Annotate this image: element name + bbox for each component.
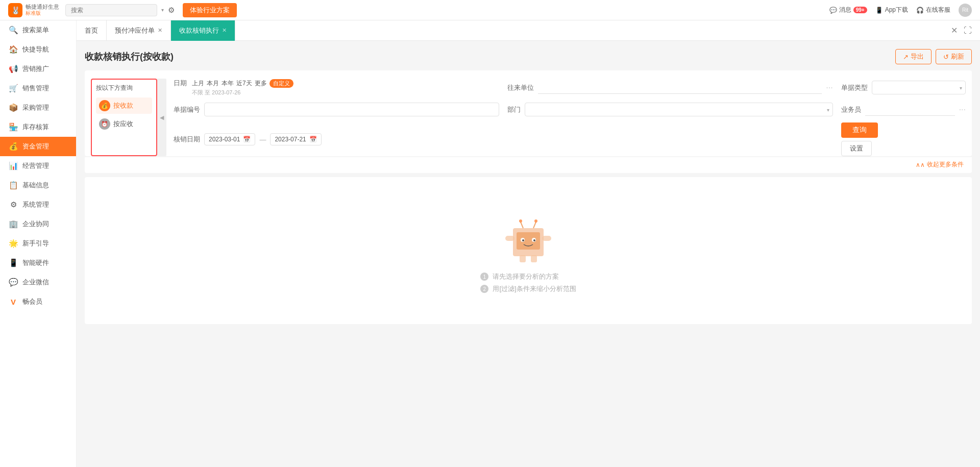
industry-btn[interactable]: 体验行业方案 (183, 3, 237, 17)
hint1-num: 1 (480, 273, 488, 281)
main-content: 首页 预付冲应付单 ✕ 收款核销执行 ✕ ✕ ⛶ 收款核销执行(按收款) (77, 20, 980, 467)
counterparty-label: 往来单位 (507, 83, 534, 92)
message-icon: 💬 (829, 7, 837, 14)
online-service-btn[interactable]: 🎧 在线客服 (916, 6, 950, 14)
tab-home[interactable]: 首页 (77, 20, 107, 41)
sidebar-item-system[interactable]: ⚙ 系统管理 (0, 195, 76, 214)
sidebar-item-operation[interactable]: 📊 经营管理 (0, 156, 76, 176)
collapse-chevron-icon: ∧∧ (916, 161, 925, 168)
tab-receivable-close[interactable]: ✕ (222, 27, 227, 34)
empty-hint-1: 1 请先选择要分析的方案 (480, 272, 576, 281)
sales-icon: 🛒 (8, 84, 18, 93)
counterparty-input[interactable] (538, 82, 822, 94)
finance-icon: 💰 (8, 142, 18, 151)
svg-line-10 (533, 222, 536, 228)
department-label: 部门 (507, 105, 521, 114)
sidebar-item-hardware[interactable]: 📱 智能硬件 (0, 253, 76, 273)
date-more[interactable]: 更多 (255, 79, 267, 88)
sidebar: 🔍 搜索菜单 🏠 快捷导航 📢 营销推广 🛒 销售管理 📦 采购管理 🏪 库存核… (0, 20, 77, 467)
app-download-btn[interactable]: 📱 App下载 (875, 6, 908, 14)
topbar: 🐰 畅捷通好生意 标准版 ▾ ⚙ 体验行业方案 💬 消息 99+ 📱 App下载… (0, 0, 980, 20)
tabbar: 首页 预付冲应付单 ✕ 收款核销执行 ✕ ✕ ⛶ (77, 20, 980, 41)
date-7days[interactable]: 近7天 (236, 79, 252, 88)
collapse-more-btn[interactable]: ∧∧ 收起更多条件 (916, 160, 964, 169)
sidebar-item-sales[interactable]: 🛒 销售管理 (0, 79, 76, 98)
filter-writeoff-date-field: 核销日期 2023-03-01 📅 — 2023-07-21 📅 (174, 122, 833, 156)
counterparty-dots[interactable]: ··· (826, 83, 832, 92)
sidebar-item-wechat[interactable]: 💬 企业微信 (0, 273, 76, 292)
hint1-text: 请先选择要分析的方案 (493, 272, 559, 281)
sidebar-item-guide[interactable]: 🌟 新手引导 (0, 234, 76, 253)
expand-tab-btn[interactable]: ⛶ (962, 25, 974, 36)
sidebar-item-search-menu[interactable]: 🔍 搜索菜单 (0, 20, 76, 40)
sidebar-item-quick-nav[interactable]: 🏠 快捷导航 (0, 40, 76, 59)
filter-option-by-receivable[interactable]: ⏰ 按应收 (96, 116, 152, 132)
search-input[interactable] (65, 4, 157, 16)
sidebar-item-member[interactable]: V 畅会员 (0, 292, 76, 311)
date-hint: 不限 至 2023-07-26 (192, 89, 240, 96)
bill-type-label: 单据类型 (841, 83, 868, 92)
svg-rect-13 (531, 255, 537, 262)
filter-department-field: 部门 ▾ (507, 103, 833, 116)
tab-prepay-close[interactable]: ✕ (158, 27, 162, 34)
sidebar-item-purchase[interactable]: 📦 采购管理 (0, 98, 76, 117)
logo-text: 畅捷通好生意 标准版 (26, 4, 59, 16)
svg-rect-6 (505, 236, 514, 241)
basic-info-icon: 📋 (8, 181, 18, 190)
date-this-year[interactable]: 本年 (222, 79, 234, 88)
sidebar-item-marketing[interactable]: 📢 营销推广 (0, 59, 76, 79)
message-badge: 99+ (853, 7, 867, 13)
writeoff-date-start-input[interactable]: 2023-03-01 📅 (204, 133, 255, 145)
filter-section-title: 按以下方查询 (96, 84, 152, 92)
filter-bill-type-field: 单据类型 ▾ (841, 79, 966, 96)
chevron-down-icon[interactable]: ▾ (161, 7, 164, 13)
collapse-toggle-icon: ◀ (160, 114, 164, 121)
export-btn[interactable]: ↗ 导出 (895, 49, 932, 64)
tab-prepay[interactable]: 预付冲应付单 ✕ (107, 20, 171, 41)
user-avatar[interactable]: Rit (959, 4, 972, 17)
close-tab-btn[interactable]: ✕ (949, 24, 960, 36)
sidebar-item-finance[interactable]: 💰 资金管理 (0, 137, 76, 156)
logo: 🐰 畅捷通好生意 标准版 (8, 3, 59, 17)
tab-receivable[interactable]: 收款核销执行 ✕ (171, 20, 235, 41)
filter-collapse-toggle[interactable]: ◀ (157, 79, 166, 156)
date-this-month[interactable]: 本月 (207, 79, 219, 88)
message-btn[interactable]: 💬 消息 99+ (829, 6, 867, 14)
svg-line-8 (521, 222, 523, 228)
sidebar-item-basic-info[interactable]: 📋 基础信息 (0, 176, 76, 195)
mobile-icon: 📱 (875, 7, 883, 14)
hardware-icon: 📱 (8, 258, 18, 267)
bill-no-input[interactable] (204, 103, 499, 116)
query-btn[interactable]: 查询 (841, 122, 878, 138)
operation-icon: 📊 (8, 161, 18, 170)
department-select-wrap: ▾ (525, 103, 833, 116)
writeoff-date-end-input[interactable]: 2023-07-21 📅 (270, 133, 321, 145)
sidebar-item-enterprise[interactable]: 🏢 企业协同 (0, 214, 76, 234)
filter-panel: 按以下方查询 💰 按收款 ⏰ 按应收 ◀ (85, 70, 972, 156)
salesman-input[interactable] (865, 104, 955, 116)
setting-btn[interactable]: 设置 (841, 141, 872, 156)
page-content: 收款核销执行(按收款) ↗ 导出 ↺ 刷新 按以下方查询 (77, 41, 980, 467)
svg-point-4 (522, 239, 524, 241)
date-custom-badge[interactable]: 自定义 (270, 79, 293, 88)
svg-point-11 (534, 219, 537, 223)
filter-salesman-field: 业务员 ··· (841, 103, 966, 116)
empty-state: 1 请先选择要分析的方案 2 用[过滤]条件来缩小分析范围 (85, 177, 972, 324)
sidebar-item-inventory[interactable]: 🏪 库存核算 (0, 117, 76, 137)
headset-icon: 🎧 (916, 7, 924, 14)
settings-icon[interactable]: ⚙ (168, 6, 175, 15)
date-prev-month[interactable]: 上月 (192, 79, 204, 88)
page-title: 收款核销执行(按收款) (85, 51, 174, 63)
calendar-start-icon: 📅 (243, 136, 251, 143)
bill-type-select[interactable] (872, 81, 966, 94)
search-area: ▾ ⚙ 体验行业方案 (65, 3, 829, 17)
svg-point-5 (533, 239, 535, 241)
inventory-icon: 🏪 (8, 122, 18, 132)
filter-option-by-receipt[interactable]: 💰 按收款 (96, 97, 152, 114)
salesman-dots[interactable]: ··· (959, 105, 966, 114)
svg-rect-12 (520, 255, 526, 262)
bill-type-select-wrap: ▾ (872, 81, 966, 94)
filter-fields: 日期 上月 本月 本年 近7天 更多 自定义 不限 至 2023-07-26 (174, 79, 966, 156)
department-select[interactable] (525, 103, 833, 116)
refresh-btn[interactable]: ↺ 刷新 (936, 49, 972, 64)
